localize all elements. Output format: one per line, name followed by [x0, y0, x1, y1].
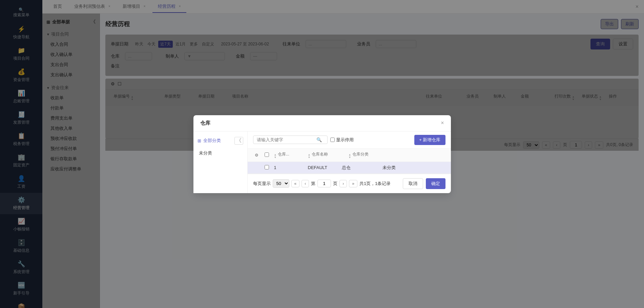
modal-right-panel: 🔍 显示停用 + 新增仓库 ⚙ [248, 131, 451, 193]
modal-search-box[interactable]: 🔍 [253, 136, 328, 144]
modal-body: ⊞ 全部分类 《 未分类 🔍 显示停用 [193, 131, 451, 193]
modal-pagination: 每页显示 50 « ‹ 第 页 › » 共1页，1条记录 [253, 179, 391, 188]
modal-prev-page[interactable]: ‹ [302, 180, 309, 187]
row-category: 未分类 [380, 165, 447, 171]
show-disabled-label: 显示停用 [336, 137, 354, 143]
modal-all-categories[interactable]: ⊞ 全部分类 《 [193, 134, 247, 147]
row-checkbox[interactable] [265, 165, 269, 169]
row-name: 总仓 [340, 165, 380, 171]
modal-left-panel: ⊞ 全部分类 《 未分类 [193, 131, 248, 193]
modal-footer-btns: 取消 确定 [403, 178, 445, 189]
modal-table-row[interactable]: 1 DEFAULT 总仓 未分类 [248, 162, 451, 174]
collapse-panel-btn[interactable]: 《 [234, 137, 243, 145]
check-all-input[interactable] [265, 152, 269, 157]
modal-search-icon[interactable]: 🔍 [316, 137, 322, 142]
grid-icon: ⊞ [198, 138, 201, 143]
modal-left-unclassified[interactable]: 未分类 [193, 147, 247, 159]
modal-table-header: ⚙ ▲▼ 仓库... ▲▼ 仓库名称 [248, 149, 451, 162]
col-warehouse-code: ▲▼ 仓库... [272, 151, 306, 159]
col-warehouse-category: ▲▼ 仓库分类 [347, 151, 447, 159]
row-code: 1 [272, 165, 306, 170]
modal-page-input[interactable] [317, 180, 331, 187]
modal-page-size-label: 每页显示 [253, 181, 271, 187]
all-categories-label: 全部分类 [203, 138, 221, 144]
col-warehouse-name: ▲▼ 仓库名称 [306, 151, 347, 159]
modal-toolbar: 🔍 显示停用 + 新增仓库 [248, 131, 451, 149]
row-code-value: DEFAULT [306, 165, 340, 170]
modal-first-page[interactable]: « [291, 180, 300, 187]
modal-footer: 每页显示 50 « ‹ 第 页 › » 共1页，1条记录 [248, 174, 451, 193]
modal-table: ⚙ ▲▼ 仓库... ▲▼ 仓库名称 [248, 149, 451, 174]
sort-icon: ▲▼ [308, 152, 311, 157]
modal-next-page[interactable]: › [339, 180, 347, 187]
show-disabled-checkbox[interactable]: 显示停用 [330, 137, 354, 143]
col-gear: ⚙ [252, 153, 262, 158]
row-check[interactable] [262, 165, 272, 170]
add-warehouse-button[interactable]: + 新增仓库 [414, 135, 445, 145]
sort-icon: ▲▼ [349, 152, 351, 157]
modal-page-size-select[interactable]: 50 [273, 179, 289, 188]
gear-icon[interactable]: ⚙ [255, 153, 258, 158]
modal-page-label-pre: 第 [311, 181, 315, 187]
col-check-all [262, 152, 272, 158]
modal-page-label: 页 [333, 181, 337, 187]
modal-overlay: 仓库 × ⊞ 全部分类 《 未分类 🔍 [0, 0, 644, 308]
modal-close-button[interactable]: × [441, 120, 444, 126]
modal-search-input[interactable] [257, 137, 314, 142]
warehouse-modal: 仓库 × ⊞ 全部分类 《 未分类 🔍 [193, 115, 451, 193]
cancel-button[interactable]: 取消 [403, 178, 423, 189]
modal-last-page[interactable]: » [349, 180, 357, 187]
sort-icon: ▲▼ [274, 152, 277, 157]
confirm-button[interactable]: 确定 [426, 178, 445, 189]
modal-total-text: 共1页，1条记录 [359, 181, 391, 187]
modal-header: 仓库 × [193, 115, 451, 131]
show-disabled-input[interactable] [330, 138, 335, 142]
modal-title-text: 仓库 [200, 120, 210, 126]
